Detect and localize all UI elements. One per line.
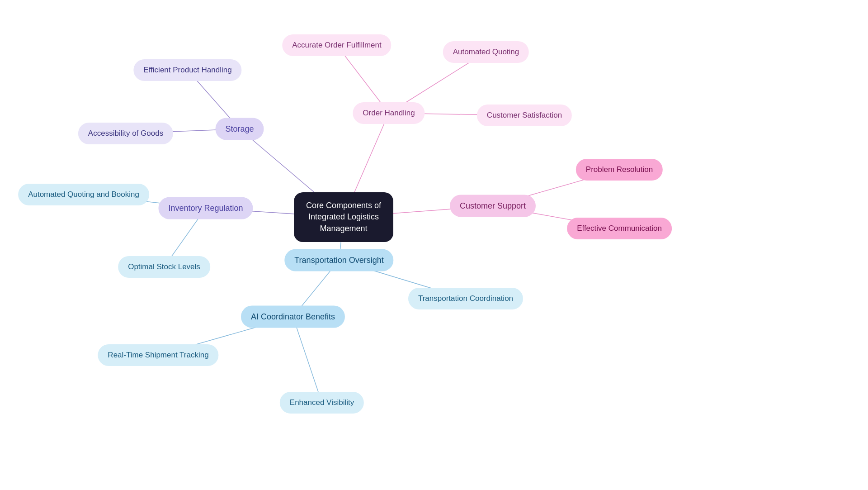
storage-node: Storage [215, 118, 264, 140]
inventory-regulation-node: Inventory Regulation [158, 197, 253, 219]
transportation-oversight-node: Transportation Oversight [284, 249, 393, 271]
ai-coordinator-node: AI Coordinator Benefits [241, 306, 345, 328]
transportation-coordination-node: Transportation Coordination [408, 288, 523, 309]
connections-svg [0, 0, 868, 490]
center-node: Core Components of Integrated Logistics … [294, 192, 393, 242]
automated-quoting-node: Automated Quoting [443, 41, 529, 63]
customer-satisfaction-node: Customer Satisfaction [477, 105, 572, 126]
real-time-tracking-node: Real-Time Shipment Tracking [98, 344, 218, 366]
accurate-order-node: Accurate Order Fulfillment [282, 34, 391, 56]
customer-support-node: Customer Support [450, 195, 536, 217]
enhanced-visibility-node: Enhanced Visibility [280, 392, 364, 414]
automated-booking-node: Automated Quoting and Booking [18, 184, 149, 205]
effective-communication-node: Effective Communication [567, 218, 672, 239]
optimal-stock-node: Optimal Stock Levels [118, 256, 210, 278]
order-handling-node: Order Handling [353, 102, 425, 124]
efficient-product-node: Efficient Product Handling [133, 59, 241, 81]
problem-resolution-node: Problem Resolution [576, 159, 663, 181]
mindmap-container: Core Components of Integrated Logistics … [0, 0, 868, 490]
svg-line-17 [293, 317, 322, 403]
accessibility-node: Accessibility of Goods [78, 123, 173, 144]
